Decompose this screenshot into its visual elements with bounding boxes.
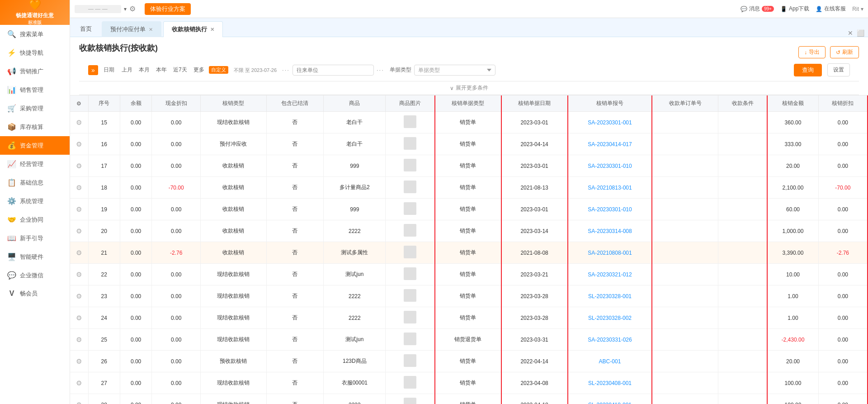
bill-report-no-link[interactable]: SA-20210808-001 xyxy=(588,250,632,256)
sidebar-item-member[interactable]: V 畅会员 xyxy=(0,285,70,303)
row-bill-report-no[interactable]: SA-20230301-010 xyxy=(568,155,652,177)
row-settings[interactable]: ⚙ xyxy=(70,329,88,351)
partner-input[interactable] xyxy=(292,65,374,76)
tab-receipt-cancel[interactable]: 收款核销执行 ✕ xyxy=(163,21,223,37)
company-selector[interactable]: — — — ▾ ⚙ xyxy=(75,5,136,13)
sidebar-item-weixin[interactable]: 💬 企业微信 xyxy=(0,266,70,285)
row-bill-report-no[interactable]: SL-20230408-001 xyxy=(568,372,652,394)
row-settings[interactable]: ⚙ xyxy=(70,199,88,220)
sidebar-item-operation[interactable]: 📈 经营管理 xyxy=(0,155,70,173)
row-bill-report-no[interactable]: SA-20230301-010 xyxy=(568,199,652,220)
sidebar-item-inventory[interactable]: 📦 库存核算 xyxy=(0,118,70,136)
bill-report-no-link[interactable]: SA-20230301-010 xyxy=(588,206,632,213)
row-no: 17 xyxy=(88,155,120,177)
sidebar-item-search[interactable]: 🔍 搜索菜单 xyxy=(0,25,70,43)
row-settings[interactable]: ⚙ xyxy=(70,220,88,242)
row-receipt-condition xyxy=(718,372,768,394)
bill-type-select[interactable]: 单据类型 xyxy=(414,65,495,76)
tab-close-prepay[interactable]: ✕ xyxy=(149,27,153,33)
row-bill-report-no[interactable]: ABC-001 xyxy=(568,351,652,372)
sidebar-item-guide[interactable]: 📖 新手引导 xyxy=(0,229,70,247)
row-product: 多计量商品2 xyxy=(324,177,386,199)
bill-report-no-link[interactable]: SA-20230414-017 xyxy=(588,141,632,147)
online-support-btn[interactable]: 👤 在线客服 xyxy=(816,5,846,13)
row-settings[interactable]: ⚙ xyxy=(70,242,88,264)
row-settings-icon: ⚙ xyxy=(76,292,82,300)
settings-btn[interactable]: 设置 xyxy=(827,63,850,76)
col-settings-header[interactable]: ⚙ xyxy=(70,95,88,112)
row-settings[interactable]: ⚙ xyxy=(70,372,88,394)
date-last-7-days[interactable]: 近7天 xyxy=(171,65,189,75)
sidebar-item-sales[interactable]: 📊 销售管理 xyxy=(0,81,70,99)
row-bill-report-no[interactable]: SA-20230414-017 xyxy=(568,133,652,155)
row-settings[interactable]: ⚙ xyxy=(70,177,88,199)
industry-btn[interactable]: 体验行业方案 xyxy=(145,3,191,15)
row-settings[interactable]: ⚙ xyxy=(70,264,88,285)
sidebar-item-shortcut[interactable]: ⚡ 快捷导航 xyxy=(0,43,70,62)
maximize-btn[interactable]: ⬜ xyxy=(857,29,864,37)
row-bill-report-no[interactable]: SA-20230301-001 xyxy=(568,112,652,133)
bill-report-no-link[interactable]: SL-20230328-002 xyxy=(588,315,632,321)
messages-btn[interactable]: 💬 消息 99+ xyxy=(741,5,774,13)
row-settings[interactable]: ⚙ xyxy=(70,155,88,177)
row-bill-report-no[interactable]: SA-20230314-008 xyxy=(568,220,652,242)
expand-more-btn[interactable]: ∨ 展开更多条件 xyxy=(79,81,859,95)
table-row: ⚙ 19 0.00 0.00 收款核销 否 999 销货单 2023-03-01… xyxy=(70,199,868,220)
bill-report-no-link[interactable]: SA-20230321-012 xyxy=(588,271,632,278)
bill-report-no-link[interactable]: SL-20230328-001 xyxy=(588,293,632,299)
row-settings[interactable]: ⚙ xyxy=(70,351,88,372)
tab-close-receipt[interactable]: ✕ xyxy=(210,27,214,33)
sidebar-item-marketing[interactable]: 📢 营销推广 xyxy=(0,62,70,81)
date-this-year[interactable]: 本年 xyxy=(154,65,169,75)
gear-icon[interactable]: ⚙ xyxy=(129,5,136,13)
query-btn[interactable]: 查询 xyxy=(794,64,822,76)
bill-report-no-link[interactable]: SA-20210813-001 xyxy=(588,185,632,191)
row-bill-report-date: 2023-03-21 xyxy=(501,264,568,285)
date-this-month[interactable]: 本月 xyxy=(137,65,151,75)
col-bill-report-no-header: 核销单报号 xyxy=(568,95,652,112)
tab-home[interactable]: 首页 xyxy=(72,21,100,37)
user-menu[interactable]: Rit ▾ xyxy=(852,6,863,12)
custom-date-tag[interactable]: 自定义 xyxy=(209,66,228,74)
row-bill-report-no[interactable]: SA-20230331-026 xyxy=(568,329,652,351)
bill-report-no-link[interactable]: SA-20230301-010 xyxy=(588,163,632,169)
row-settings[interactable]: ⚙ xyxy=(70,285,88,307)
table-row: ⚙ 16 0.00 0.00 预付冲应收 否 老白干 销货单 2023-04-1… xyxy=(70,133,868,155)
bill-report-no-link[interactable]: SA-20230301-001 xyxy=(588,119,632,126)
data-table-container: ⚙ 序号 余额 现金折扣 核销类型 包含已结清 商品 商品图片 核销单据类型 核… xyxy=(70,95,868,404)
bill-report-no-link[interactable]: SL-20230418-001 xyxy=(588,402,632,404)
sidebar-item-smart-hw[interactable]: 🖥️ 智能硬件 xyxy=(0,247,70,266)
refresh-btn[interactable]: ↺ 刷新 xyxy=(830,46,859,58)
row-bill-report-no[interactable]: SL-20230328-001 xyxy=(568,285,652,307)
row-bill-report-no[interactable]: SA-20230321-012 xyxy=(568,264,652,285)
row-cancel-discount: -2.76 xyxy=(818,242,868,264)
row-settings[interactable]: ⚙ xyxy=(70,307,88,329)
sidebar-item-system[interactable]: ⚙️ 系统管理 xyxy=(0,192,70,210)
row-product-img xyxy=(386,394,435,404)
export-btn[interactable]: ↓ 导出 xyxy=(798,46,826,58)
bill-report-no-link[interactable]: SA-20230331-026 xyxy=(588,337,632,343)
app-download-btn[interactable]: 📱 App下载 xyxy=(780,5,809,13)
bill-report-no-link[interactable]: ABC-001 xyxy=(599,358,621,365)
row-settings[interactable]: ⚙ xyxy=(70,133,88,155)
table-row: ⚙ 27 0.00 0.00 现结收款核销 否 衣服00001 销货单 2023… xyxy=(70,372,868,394)
tab-prepay[interactable]: 预付冲应付单 ✕ xyxy=(102,21,161,37)
bill-report-no-link[interactable]: SA-20230314-008 xyxy=(588,228,632,234)
sidebar-item-purchase[interactable]: 🛒 采购管理 xyxy=(0,99,70,118)
row-receipt-condition xyxy=(718,264,768,285)
filter-toggle-btn[interactable]: » xyxy=(88,65,98,75)
date-more[interactable]: 更多 xyxy=(192,65,206,75)
row-has-settled: 否 xyxy=(266,177,324,199)
bill-report-no-link[interactable]: SL-20230408-001 xyxy=(588,380,632,386)
sidebar-item-basic-info[interactable]: 📋 基础信息 xyxy=(0,173,70,192)
row-bill-report-no[interactable]: SL-20230418-001 xyxy=(568,394,652,404)
close-window-btn[interactable]: ✕ xyxy=(848,29,853,37)
row-bill-report-no[interactable]: SA-20210808-001 xyxy=(568,242,652,264)
row-bill-report-no[interactable]: SA-20210813-001 xyxy=(568,177,652,199)
sidebar-item-corp-collab[interactable]: 🤝 企业协同 xyxy=(0,210,70,229)
sidebar-item-finance[interactable]: 💰 资金管理 xyxy=(0,136,70,155)
date-last-month[interactable]: 上月 xyxy=(120,65,134,75)
row-settings[interactable]: ⚙ xyxy=(70,112,88,133)
row-bill-report-no[interactable]: SL-20230328-002 xyxy=(568,307,652,329)
row-settings[interactable]: ⚙ xyxy=(70,394,88,404)
